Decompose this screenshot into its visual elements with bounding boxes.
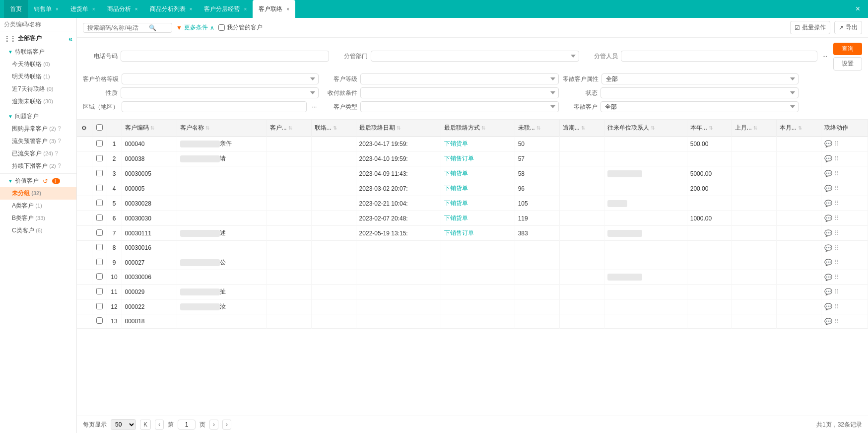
refresh-icon[interactable]: ↺ xyxy=(43,177,48,185)
row-last-contact-way[interactable]: 下销货单 xyxy=(441,211,515,226)
status-select[interactable] xyxy=(601,87,799,98)
grid-action-icon[interactable]: ⠿ xyxy=(834,288,839,295)
row-last-contact-way[interactable] xyxy=(441,314,515,329)
nature-select[interactable] xyxy=(121,87,319,98)
th-contact[interactable]: 联络... ⇅ xyxy=(311,120,356,137)
phone-input[interactable] xyxy=(121,51,329,62)
manager-input[interactable] xyxy=(621,51,817,62)
sidebar-item-today[interactable]: 今天待联络 (0) xyxy=(0,58,76,71)
customer-type-select[interactable] xyxy=(360,101,558,112)
per-page-select[interactable]: 50 20 100 xyxy=(111,419,136,430)
more-conditions-button[interactable]: ▼ 更多条件 ∧ xyxy=(176,23,214,32)
comment-icon[interactable]: 💬 xyxy=(824,244,832,252)
row-last-contact-way[interactable]: 下销售订单 xyxy=(441,226,515,241)
row-checkbox[interactable] xyxy=(96,273,103,280)
sidebar-item-decline[interactable]: 持续下滑客户 (2) ? xyxy=(0,160,76,172)
row-checkbox[interactable] xyxy=(96,155,103,161)
row-checkbox[interactable] xyxy=(96,229,103,236)
th-last-contact-date[interactable]: 最后联络日期 ⇅ xyxy=(356,120,441,137)
query-button[interactable]: 查询 xyxy=(833,43,862,55)
sidebar-section-waiting[interactable]: ▼ 待联络客户 xyxy=(0,46,76,58)
row-checkbox[interactable] xyxy=(96,303,103,309)
th-last-contact-way[interactable]: 最后联络方式 ⇅ xyxy=(441,120,515,137)
row-last-contact-way[interactable] xyxy=(441,270,515,285)
comment-icon[interactable]: 💬 xyxy=(824,318,832,325)
tab-home[interactable]: 首页 xyxy=(4,0,28,18)
th-this-month[interactable]: 本月... ⇅ xyxy=(776,120,821,137)
comment-icon[interactable]: 💬 xyxy=(824,185,832,192)
price-level-select[interactable] xyxy=(122,73,319,84)
th-overdue[interactable]: 逾期... ⇅ xyxy=(559,120,604,137)
close-icon[interactable]: × xyxy=(135,6,138,12)
comment-icon[interactable]: 💬 xyxy=(824,229,832,237)
dept-select[interactable] xyxy=(371,51,579,62)
comment-icon[interactable]: 💬 xyxy=(824,140,832,147)
grid-action-icon[interactable]: ⠿ xyxy=(834,318,839,325)
grid-action-icon[interactable]: ⠿ xyxy=(834,274,839,281)
grid-action-icon[interactable]: ⠿ xyxy=(834,215,839,222)
th-name[interactable]: 客户名称 ⇅ xyxy=(177,120,267,137)
row-checkbox[interactable] xyxy=(96,317,103,324)
row-checkbox[interactable] xyxy=(96,140,103,146)
comment-icon[interactable]: 💬 xyxy=(824,259,832,266)
comment-icon[interactable]: 💬 xyxy=(824,288,832,295)
retail-customer-select[interactable]: 全部 xyxy=(601,101,799,112)
comment-icon[interactable]: 💬 xyxy=(824,303,832,310)
row-checkbox[interactable] xyxy=(96,244,103,250)
th-settings[interactable]: ⚙ xyxy=(77,120,92,137)
comment-icon[interactable]: 💬 xyxy=(824,200,832,207)
row-last-contact-way[interactable] xyxy=(441,285,515,299)
comment-icon[interactable]: 💬 xyxy=(824,170,832,177)
batch-operations-button[interactable]: ☑ 批量操作 xyxy=(790,21,830,34)
row-checkbox[interactable] xyxy=(96,259,103,265)
grid-action-icon[interactable]: ⠿ xyxy=(834,259,839,266)
th-no-contact[interactable]: 未联... ⇅ xyxy=(515,120,559,137)
sidebar-search-input[interactable] xyxy=(4,21,77,28)
search-input[interactable] xyxy=(87,24,147,31)
close-icon[interactable]: × xyxy=(244,6,247,12)
tab-product-analysis[interactable]: 商品分析 × xyxy=(101,0,144,18)
first-page-button[interactable]: K xyxy=(140,420,151,430)
sidebar-item-hoard[interactable]: 囤购异常客户 (2) ? xyxy=(0,123,76,135)
sidebar-item-week[interactable]: 近7天待联络 (0) xyxy=(0,83,76,95)
reset-button[interactable]: 设置 xyxy=(833,57,862,71)
row-checkbox[interactable] xyxy=(96,185,103,191)
sidebar-item-overdue[interactable]: 逾期未联络 (30) xyxy=(0,95,76,108)
search-icon[interactable]: 🔍 xyxy=(149,24,156,31)
comment-icon[interactable]: 💬 xyxy=(824,274,832,281)
tab-customer-contact[interactable]: 客户联络 × xyxy=(253,0,295,18)
grid-action-icon[interactable]: ⠿ xyxy=(834,170,839,177)
collapse-icon[interactable]: « xyxy=(68,35,72,43)
my-customers-checkbox[interactable] xyxy=(218,24,225,31)
page-input[interactable] xyxy=(178,420,196,430)
grid-action-icon[interactable]: ⠿ xyxy=(834,229,839,237)
close-icon[interactable]: × xyxy=(286,6,289,12)
th-checkbox[interactable] xyxy=(92,120,107,137)
row-last-contact-way[interactable]: 下销售订单 xyxy=(441,151,515,166)
sidebar-item-ungroup[interactable]: 未分组 (32) xyxy=(0,187,76,200)
grid-action-icon[interactable]: ⠿ xyxy=(834,200,839,207)
last-page-button[interactable]: › xyxy=(222,420,231,430)
next-page-button[interactable]: › xyxy=(209,420,218,430)
th-code[interactable]: 客户编码 ⇅ xyxy=(122,120,177,137)
row-last-contact-way[interactable] xyxy=(441,241,515,255)
comment-icon[interactable]: 💬 xyxy=(824,155,832,162)
grid-action-icon[interactable]: ⠿ xyxy=(834,155,839,162)
row-last-contact-way[interactable]: 下销货单 xyxy=(441,137,515,151)
row-checkbox[interactable] xyxy=(96,200,103,206)
sidebar-item-b-class[interactable]: B类客户 (33) xyxy=(0,212,76,224)
select-all-checkbox[interactable] xyxy=(96,124,103,131)
region-more-icon[interactable]: ··· xyxy=(310,103,319,110)
tab-customer-layer[interactable]: 客户分层经营 × xyxy=(198,0,253,18)
comment-icon[interactable]: 💬 xyxy=(824,215,832,222)
th-type[interactable]: 客户... ⇅ xyxy=(267,120,311,137)
tab-product-analysis-list[interactable]: 商品分析列表 × xyxy=(144,0,199,18)
row-last-contact-way[interactable]: 下销货单 xyxy=(441,181,515,196)
row-last-contact-way[interactable]: 下销货单 xyxy=(441,166,515,181)
sidebar-item-churn[interactable]: 流失预警客户 (3) ? xyxy=(0,135,76,147)
sidebar-item-tomorrow[interactable]: 明天待联络 (1) xyxy=(0,71,76,83)
sidebar-item-a-class[interactable]: A类客户 (1) xyxy=(0,200,76,212)
sidebar-section-value[interactable]: ▼ 价值客户 ↺ F xyxy=(0,175,76,187)
my-customers-check[interactable]: 我分管的客户 xyxy=(218,23,263,32)
all-customers-header[interactable]: ⋮⋮ 全部客户 « xyxy=(0,31,76,46)
